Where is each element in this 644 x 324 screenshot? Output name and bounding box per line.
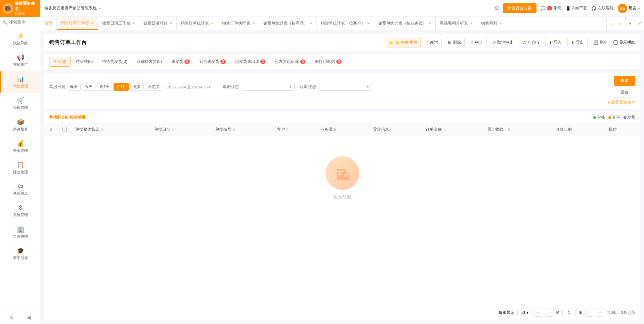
sidebar-item-finance[interactable]: 💰 资金管理	[0, 136, 40, 157]
settings-btn[interactable]: ⚙	[9, 314, 14, 321]
page-size-select[interactable]: 50 ▾	[517, 309, 531, 316]
cancel-stop-btn[interactable]: ⊙ 取消中止	[489, 38, 517, 47]
col-status[interactable]: 单据整体状态 ⇅	[71, 123, 150, 136]
col-customer[interactable]: 客户 ⇅	[273, 123, 316, 136]
col-staff[interactable]: 业务员 ⇅	[316, 123, 369, 136]
industry-btn[interactable]: 体验行业方案	[503, 3, 536, 13]
delete-btn[interactable]: 🗑 删除	[444, 38, 465, 47]
filter-tab-pending-inspect[interactable]: 待拣货发货(0)	[98, 57, 132, 67]
sidebar-item-system[interactable]: ⚙ 系统管理	[0, 200, 40, 221]
show-detail-checkbox[interactable]: 显示明细	[613, 40, 635, 45]
tab-sales-by-product[interactable]: 销货单统计表（按商品） ✕	[259, 17, 317, 30]
payment-select[interactable]: ▾	[318, 83, 372, 91]
export-btn[interactable]: ⬆ 导出	[567, 38, 588, 47]
last-page-btn[interactable]: »	[596, 309, 604, 317]
filter-tab-shipped-not-out[interactable]: 已发货未出库 0	[231, 57, 270, 67]
tab-close-cash-reconcile[interactable]: ✕	[170, 22, 172, 25]
set-btn[interactable]: 设置	[614, 87, 635, 97]
col-amount[interactable]: 订单金额 ⇅	[422, 123, 483, 136]
online-service-btn[interactable]: 🎧 在线客服	[591, 5, 614, 11]
status-select[interactable]: ▾	[241, 83, 295, 91]
tab-sales-by-staff[interactable]: 销货单统计表（按业务员） ✕	[374, 17, 436, 30]
filter-tab-not-shipped[interactable]: 未发货 0	[167, 57, 194, 67]
tab-cash-daily[interactable]: 钱货日清工作台 ✕	[98, 17, 139, 30]
sidebar-item-marketing[interactable]: 📢 营销推广	[0, 50, 40, 71]
date-btn-yesterday[interactable]: 昨天	[67, 83, 81, 91]
date-btn-custom[interactable]: 自定义	[145, 83, 162, 91]
select-all-checkbox[interactable]	[62, 127, 67, 131]
tab-close-sales-stat[interactable]: ✕	[211, 22, 214, 25]
stop-btn[interactable]: ⊙ 中止	[467, 38, 487, 47]
col-settings[interactable]: ⚙	[44, 123, 58, 136]
sidebar-item-inventory[interactable]: 📦 库存核算	[0, 114, 40, 136]
expand-conditions-btn[interactable]: ▾ 展开更多条件	[608, 99, 635, 105]
date-btn-7days[interactable]: 近7天	[97, 83, 112, 91]
tab-gross-profit[interactable]: 商品毛利分析表 ✕	[436, 17, 477, 30]
tab-close-sales-exec[interactable]: ✕	[252, 22, 255, 25]
filter-tab-wangpu-ship[interactable]: 旺铺待发货(0)	[132, 57, 166, 67]
filter-tab-not-printed[interactable]: 未打印单据 0	[310, 57, 346, 67]
filter-tab-all[interactable]: 全部(0)	[49, 57, 71, 67]
sidebar-item-operations[interactable]: 📋 经营管理	[0, 157, 40, 179]
ship-btn[interactable]: 发货	[624, 115, 635, 120]
tab-maximize[interactable]: ⤢	[635, 17, 644, 30]
add-btn[interactable]: + 新增	[423, 38, 442, 47]
tab-sales-workbench[interactable]: 销售订单工作台 ✕	[57, 17, 98, 30]
gear-settings-icon[interactable]: ⚙	[494, 5, 499, 11]
collapse-btn[interactable]: ◀	[27, 314, 31, 321]
sidebar-item-purchase[interactable]: 🛒 采购管理	[0, 93, 40, 114]
date-btn-more[interactable]: 更多	[130, 83, 144, 91]
tab-close-cash-daily[interactable]: ✕	[132, 22, 135, 25]
tab-close-sales-by-product[interactable]: ✕	[310, 22, 312, 25]
filter-tab-pending-review[interactable]: 待审核(0)	[72, 57, 97, 67]
filter-tab-shipped-out[interactable]: 已发货已出库 0	[270, 57, 310, 67]
tab-close-sales-workbench[interactable]: ✕	[91, 21, 94, 25]
tab-close-sales-profit[interactable]: ✕	[499, 22, 502, 25]
prev-page-btn[interactable]: ‹	[545, 309, 553, 317]
tab-sales-profit[interactable]: 销售毛利 ✕	[477, 17, 506, 30]
tab-scroll-right[interactable]: ›	[616, 17, 625, 30]
first-page-btn[interactable]: «	[534, 309, 542, 317]
sidebar-item-sales[interactable]: 📊 销售管理	[0, 71, 40, 93]
sidebar-item-quick-nav[interactable]: ⚡ 快捷导航	[0, 28, 40, 50]
user-area[interactable]: Ea 用友 ▾	[618, 4, 640, 13]
table-wrap: ⚙ 单据整体状态 ⇅ 单据日期 ⇅	[44, 123, 640, 305]
sidebar-search[interactable]: 🔍 搜索菜单	[0, 17, 40, 28]
date-btn-1month[interactable]: 近1月	[114, 83, 129, 91]
tab-sales-by-customer[interactable]: 销货单统计表（按客户） ✕	[317, 17, 374, 30]
tab-close-gross-profit[interactable]: ✕	[470, 22, 473, 25]
tab-sales-stat[interactable]: 销售订单统计表 ✕	[177, 17, 218, 30]
sidebar-item-guide[interactable]: 🎓 新手引导	[0, 243, 40, 265]
col-number[interactable]: 单据编号 ⇅	[211, 123, 272, 136]
tab-close-sales-by-staff[interactable]: ✕	[429, 22, 431, 25]
message-btn[interactable]: 💬 6 消息	[541, 5, 562, 11]
tab-scroll-left[interactable]: ‹	[606, 17, 616, 30]
query-btn[interactable]: 查询	[614, 76, 635, 86]
tab-sales-exec[interactable]: 销售订单执行表 ✕	[218, 17, 259, 30]
import-label: 导入	[554, 40, 562, 45]
filter-tab-overdue-not-shipped-label: 到期未发货 0	[199, 59, 226, 64]
tab-home[interactable]: 首页	[40, 17, 57, 30]
review-btn[interactable]: 审核	[593, 115, 605, 120]
filter-tab-overdue-not-shipped[interactable]: 到期未发货 0	[195, 57, 230, 67]
system-title-chevron[interactable]: ▾	[99, 6, 101, 11]
sidebar-item-basic[interactable]: 🗂 基础信息	[0, 179, 40, 200]
cancel-review-btn[interactable]: 弃审	[608, 115, 620, 120]
print-btn[interactable]: 🖨 打印 ▾	[519, 38, 543, 47]
table-related-label: 相关单据	[70, 115, 86, 120]
sidebar-item-enterprise[interactable]: 🏢 企业协同	[0, 221, 40, 243]
page-input[interactable]	[562, 309, 576, 316]
refresh-btn[interactable]: 🔄 刷新	[590, 38, 611, 47]
col-collected-sort: ⇅	[508, 128, 510, 131]
app-download-btn[interactable]: 📱 App下载	[566, 5, 587, 11]
date-btn-today[interactable]: 今天	[82, 83, 95, 91]
tab-cash-reconcile[interactable]: 钱货日清对账 ✕	[139, 17, 177, 30]
show-detail-input[interactable]	[613, 40, 618, 45]
col-date[interactable]: 单据日期 ⇅	[150, 123, 211, 136]
next-page-btn[interactable]: ›	[585, 309, 593, 317]
import-btn[interactable]: ⬇ 导入	[545, 38, 565, 47]
smart-generate-btn[interactable]: ⭐ 🌟 智能生单	[385, 38, 421, 47]
tab-close-all[interactable]: ✕	[625, 17, 635, 30]
col-collected[interactable]: 累计收款... ⇅	[483, 123, 552, 136]
tab-close-sales-by-customer[interactable]: ✕	[367, 22, 370, 25]
